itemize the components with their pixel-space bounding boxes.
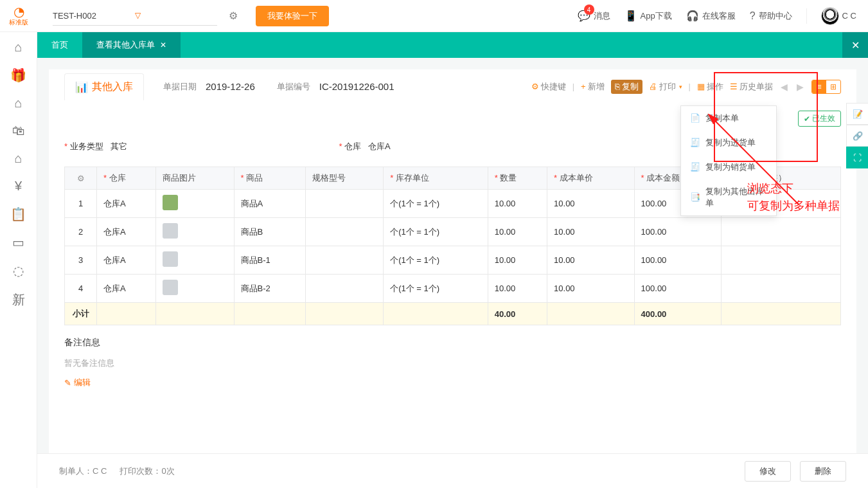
delete-button[interactable]: 删除: [800, 461, 846, 482]
inbound-icon: 📊: [75, 81, 88, 93]
phone-icon: 📱: [624, 10, 637, 22]
copy-button[interactable]: ⎘复制: [611, 80, 642, 94]
tab-home[interactable]: 首页: [37, 32, 82, 58]
creator-info: 制单人：C C: [59, 465, 107, 477]
house-icon[interactable]: ⌂: [14, 96, 22, 111]
help-center-label: 帮助中心: [759, 10, 792, 22]
view-list-button[interactable]: ≡: [812, 80, 826, 93]
float-fullscreen-button[interactable]: ⛶: [846, 147, 868, 168]
table-row[interactable]: 2 仓库A 商品B 个(1个 = 1个) 10.00 10.00 100.00: [65, 218, 841, 246]
plus-icon: +: [581, 82, 586, 91]
copy-as-purchase[interactable]: 🧾复制为进货单: [681, 131, 776, 155]
online-service-label: 在线客服: [702, 10, 736, 22]
help-center-button[interactable]: ? 帮助中心: [750, 10, 792, 22]
new-icon[interactable]: 新: [12, 291, 25, 309]
cell-spec: [306, 246, 384, 275]
gift-icon[interactable]: 🎁: [10, 68, 26, 83]
tenant-select[interactable]: TEST-H002 ▽: [53, 6, 217, 26]
table-row[interactable]: 3 仓库A 商品B-1 个(1个 = 1个) 10.00 10.00 100.0…: [65, 246, 841, 275]
col-qty: 数量: [488, 167, 547, 190]
cell-qty: 10.00: [488, 246, 547, 275]
modify-button[interactable]: 修改: [745, 461, 791, 482]
copy-dropdown-menu: 📄复制本单 🧾复制为进货单 🧾复制为销货单 📑复制为其他出库单: [680, 105, 777, 216]
online-service-button[interactable]: 🎧 在线客服: [686, 10, 736, 22]
remarks-edit-button[interactable]: ✎编辑: [64, 377, 91, 388]
date-label: 单据日期: [163, 81, 197, 93]
cell-unit: 个(1个 = 1个): [384, 218, 488, 246]
shortcut-button[interactable]: ⚙快捷键: [531, 81, 566, 93]
cell-qty: 10.00: [488, 218, 547, 246]
table-row[interactable]: 4 仓库A 商品B-2 个(1个 = 1个) 10.00 10.00 100.0…: [65, 275, 841, 303]
right-float-panel: 📝 🔗 ⛶: [846, 103, 868, 168]
print-button[interactable]: 🖨打印▾: [649, 81, 682, 93]
bag-icon[interactable]: 🛍: [12, 123, 25, 138]
cell-product-img: [156, 275, 234, 303]
cell-product: 商品B: [234, 218, 306, 246]
tab-view-other-inbound[interactable]: 查看其他入库单 ✕: [82, 32, 181, 58]
gear-column[interactable]: ⚙: [65, 167, 97, 190]
edit-icon: ✎: [64, 378, 71, 388]
cell-price: 10.00: [547, 190, 635, 218]
document-sheet: 📊 其他入库 单据日期 2019-12-26 单据编号 IC-20191226-…: [49, 69, 856, 476]
remarks-title: 备注信息: [64, 337, 841, 348]
date-value: 2019-12-26: [206, 81, 255, 92]
product-thumb: [163, 195, 178, 210]
settings-icon[interactable]: ⚙: [229, 10, 238, 22]
grid-icon: ▦: [697, 82, 705, 91]
print-icon: 🖨: [649, 82, 657, 91]
content-wrapper: 📊 其他入库 单据日期 2019-12-26 单据编号 IC-20191226-…: [37, 58, 868, 488]
user-menu[interactable]: C C: [821, 7, 856, 25]
document-title-tab: 📊 其他入库: [64, 73, 144, 100]
col-stock-unit: 库存单位: [384, 167, 488, 190]
tenant-name: TEST-H002: [53, 11, 135, 21]
close-icon[interactable]: ✕: [160, 41, 166, 50]
view-toggle: ≡ ⊞: [811, 80, 841, 94]
main-area: 首页 查看其他入库单 ✕ ✕ 📊 其他入库 单据日期 2019-12-26: [37, 32, 868, 488]
row-index: 3: [65, 246, 97, 275]
float-link-button[interactable]: 🔗: [846, 125, 868, 147]
document-meta: 单据日期 2019-12-26 单据编号 IC-20191226-001: [163, 81, 394, 93]
view-card-button[interactable]: ⊞: [826, 80, 840, 93]
clipboard-icon[interactable]: 📋: [10, 206, 26, 222]
help-icon: ?: [750, 10, 756, 22]
cell-warehouse: 仓库A: [97, 218, 156, 246]
product-thumb: [163, 280, 178, 295]
home-icon[interactable]: ⌂: [14, 40, 22, 55]
cloud-icon[interactable]: ◌: [13, 263, 24, 278]
cell-product-img: [156, 246, 234, 275]
cell-price: 10.00: [547, 275, 635, 303]
next-button[interactable]: ▶: [795, 82, 805, 92]
float-notes-button[interactable]: 📝: [846, 103, 868, 125]
product-thumb: [163, 251, 178, 267]
messages-button[interactable]: 💬 消息 4: [578, 10, 610, 22]
warehouse-icon[interactable]: ⌂: [14, 151, 22, 166]
cell-unit: 个(1个 = 1个): [384, 275, 488, 303]
prev-button[interactable]: ◀: [779, 82, 789, 92]
money-icon[interactable]: ¥: [15, 179, 22, 194]
left-sidebar: ⌂ 🎁 ⌂ 🛍 ⌂ ¥ 📋 ▭ ◌ 新: [0, 32, 37, 488]
operate-button[interactable]: ▦操作: [697, 81, 723, 93]
card-icon[interactable]: ▭: [12, 235, 24, 250]
avatar: [821, 7, 839, 25]
top-header: ◔ 标准版 TEST-H002 ▽ ⚙ 我要体验一下 💬 消息 4 📱 App下…: [0, 0, 868, 32]
remarks-empty: 暂无备注信息: [64, 357, 841, 369]
copy-as-other-outbound[interactable]: 📑复制为其他出库单: [681, 179, 776, 215]
warehouse-value: 仓库A: [368, 141, 391, 151]
biz-type-value: 其它: [111, 141, 127, 151]
history-button[interactable]: ☰历史单据: [730, 81, 773, 93]
app-download-button[interactable]: 📱 App下载: [624, 10, 672, 22]
copy-as-sales[interactable]: 🧾复制为销货单: [681, 155, 776, 179]
trial-button[interactable]: 我要体验一下: [256, 6, 329, 26]
cell-available: [722, 275, 841, 303]
add-button[interactable]: +新增: [581, 81, 605, 93]
close-all-tabs-button[interactable]: ✕: [842, 32, 868, 58]
cell-qty: 10.00: [488, 190, 547, 218]
cell-spec: [306, 275, 384, 303]
messages-label: 消息: [594, 10, 610, 22]
separator: |: [572, 82, 574, 91]
copy-this-document[interactable]: 📄复制本单: [681, 106, 776, 131]
chevron-down-icon: ▾: [679, 84, 682, 90]
subtotal-label: 小计: [65, 303, 97, 325]
cell-amount: 100.00: [634, 246, 722, 275]
check-icon: ✔: [804, 114, 810, 123]
